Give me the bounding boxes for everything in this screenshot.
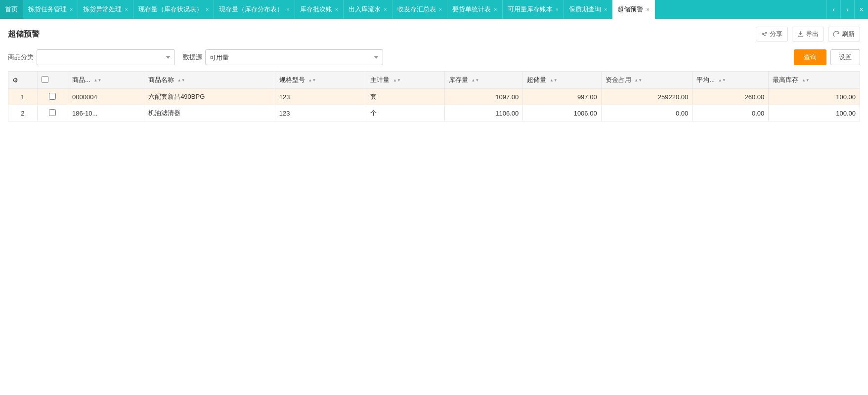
nav-arrows: ‹ › × xyxy=(826,0,868,19)
filter-right-group: 查询 设置 xyxy=(794,49,860,65)
nav-stock-status[interactable]: 现存量（库存状况表） × xyxy=(133,0,214,19)
filter-bar: 商品分类 数据源 可用量 库存量 查询 设置 xyxy=(8,49,860,65)
select-all-checkbox[interactable] xyxy=(42,76,48,83)
settings-icon[interactable]: ⚙ xyxy=(12,77,18,84)
th-spec: 规格型号 ▲▼ xyxy=(275,72,366,89)
settings-button[interactable]: 设置 xyxy=(830,49,860,65)
sort-icon[interactable]: ▲▼ xyxy=(472,79,479,82)
th-max-stock: 最高库存 ▲▼ xyxy=(769,72,860,89)
close-icon[interactable]: × xyxy=(494,6,497,12)
nav-prev-arrow[interactable]: ‹ xyxy=(826,0,840,19)
row-checkbox-cell xyxy=(37,89,68,105)
sort-icon[interactable]: ▲▼ xyxy=(550,79,558,82)
close-icon[interactable]: × xyxy=(70,6,73,12)
close-icon[interactable]: × xyxy=(604,6,607,12)
sort-icon[interactable]: ▲▼ xyxy=(94,79,102,82)
sort-icon[interactable]: ▲▼ xyxy=(393,79,401,82)
category-select[interactable] xyxy=(37,49,175,65)
th-checkbox xyxy=(37,72,68,89)
nav-expiry[interactable]: 保质期查询 × xyxy=(564,0,612,19)
cell-overstock: 997.00 xyxy=(523,89,601,105)
page-title: 超储预警 xyxy=(8,29,40,40)
category-filter: 商品分类 xyxy=(8,49,175,65)
table-row: 1 0000004 六配套新昌490BPG 123 套 1097.00 997.… xyxy=(8,89,860,105)
table-body: 1 0000004 六配套新昌490BPG 123 套 1097.00 997.… xyxy=(8,89,860,121)
sort-icon[interactable]: ▲▼ xyxy=(718,79,726,82)
th-stock: 库存量 ▲▼ xyxy=(444,72,522,89)
refresh-icon xyxy=(833,31,840,38)
th-overstock: 超储量 ▲▼ xyxy=(523,72,601,89)
table-row: 2 186-10... 机油滤清器 123 个 1106.00 1006.00 … xyxy=(8,105,860,121)
datasource-label: 数据源 xyxy=(183,53,202,62)
nav-next-arrow[interactable]: › xyxy=(840,0,854,19)
row-checkbox[interactable] xyxy=(49,109,56,116)
cell-spec: 123 xyxy=(275,105,366,121)
cell-stock: 1097.00 xyxy=(444,89,522,105)
close-icon[interactable]: × xyxy=(125,6,128,12)
cell-capital: 259220.00 xyxy=(601,89,693,105)
close-icon[interactable]: × xyxy=(286,6,289,12)
sort-icon[interactable]: ▲▼ xyxy=(634,79,642,82)
cell-product-name: 六配套新昌490BPG xyxy=(144,89,275,105)
cell-max-stock: 100.00 xyxy=(769,105,860,121)
nav-close-arrow[interactable]: × xyxy=(854,0,868,19)
table-header: ⚙ 商品... ▲▼ 商品名称 ▲▼ 规格型号 ▲▼ 主计 xyxy=(8,72,860,89)
nav-available[interactable]: 可用量库存账本 × xyxy=(503,0,564,19)
nav-task-mgmt[interactable]: 拣货任务管理 × xyxy=(23,0,78,19)
datasource-filter: 数据源 可用量 库存量 xyxy=(183,49,383,65)
row-checkbox[interactable] xyxy=(49,93,56,100)
close-icon[interactable]: × xyxy=(439,6,442,12)
cell-unit: 个 xyxy=(366,105,444,121)
export-button[interactable]: 导出 xyxy=(792,27,824,41)
cell-spec: 123 xyxy=(275,89,366,105)
th-product-code: 商品... ▲▼ xyxy=(68,72,144,89)
cell-overstock: 1006.00 xyxy=(523,105,601,121)
cell-stock: 1106.00 xyxy=(444,105,522,121)
cell-avg: 0.00 xyxy=(693,105,769,121)
th-unit: 主计量 ▲▼ xyxy=(366,72,444,89)
close-icon[interactable]: × xyxy=(384,6,387,12)
close-icon[interactable]: × xyxy=(335,6,338,12)
cell-max-stock: 100.00 xyxy=(769,89,860,105)
nav-stock-dist[interactable]: 现存量（库存分布表） × xyxy=(214,0,295,19)
sort-icon[interactable]: ▲▼ xyxy=(308,79,316,82)
th-capital: 资金占用 ▲▼ xyxy=(601,72,693,89)
cell-product-code: 0000004 xyxy=(68,89,144,105)
share-button[interactable]: 分享 xyxy=(756,27,788,41)
th-product-name: 商品名称 ▲▼ xyxy=(144,72,275,89)
page-actions: 分享 导出 刷新 xyxy=(756,27,860,41)
sort-icon[interactable]: ▲▼ xyxy=(802,79,810,82)
datasource-select[interactable]: 可用量 库存量 xyxy=(205,49,383,65)
nav-summary[interactable]: 收发存汇总表 × xyxy=(392,0,447,19)
page-header: 超储预警 分享 导出 刷新 xyxy=(8,27,860,41)
query-button[interactable]: 查询 xyxy=(794,49,826,65)
category-label: 商品分类 xyxy=(8,53,34,62)
row-index: 1 xyxy=(8,89,38,105)
row-checkbox-cell xyxy=(37,105,68,121)
close-icon[interactable]: × xyxy=(206,6,209,12)
nav-order-stats[interactable]: 要货单统计表 × xyxy=(447,0,502,19)
cell-avg: 260.00 xyxy=(693,89,769,105)
close-icon[interactable]: × xyxy=(646,6,649,12)
nav-batch[interactable]: 库存批次账 × xyxy=(295,0,344,19)
cell-product-code: 186-10... xyxy=(68,105,144,121)
row-index: 2 xyxy=(8,105,38,121)
nav-flow[interactable]: 出入库流水 × xyxy=(344,0,392,19)
share-icon xyxy=(761,31,768,38)
cell-unit: 套 xyxy=(366,89,444,105)
data-table: ⚙ 商品... ▲▼ 商品名称 ▲▼ 规格型号 ▲▼ 主计 xyxy=(8,71,860,121)
export-icon xyxy=(797,31,804,38)
refresh-button[interactable]: 刷新 xyxy=(828,27,860,41)
th-avg: 平均... ▲▼ xyxy=(693,72,769,89)
top-nav: 首页 拣货任务管理 × 拣货异常处理 × 现存量（库存状况表） × 现存量（库存… xyxy=(0,0,868,19)
main-content: 超储预警 分享 导出 刷新 商品分类 数据源 xyxy=(0,19,868,395)
cell-capital: 0.00 xyxy=(601,105,693,121)
cell-product-name: 机油滤清器 xyxy=(144,105,275,121)
close-icon[interactable]: × xyxy=(556,6,559,12)
sort-icon[interactable]: ▲▼ xyxy=(177,79,185,82)
nav-exception[interactable]: 拣货异常处理 × xyxy=(78,0,133,19)
th-settings: ⚙ xyxy=(8,72,38,89)
nav-overstock[interactable]: 超储预警 × xyxy=(612,0,654,19)
nav-home[interactable]: 首页 xyxy=(0,0,23,19)
